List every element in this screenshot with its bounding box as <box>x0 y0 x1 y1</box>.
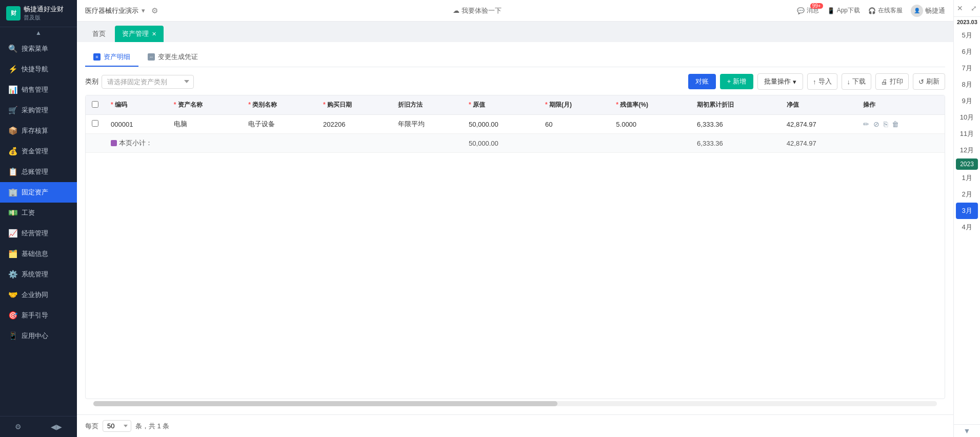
month-item-8[interactable]: 8月 <box>954 76 980 93</box>
asset-table: 编码 资产名称 类别名称 购买日期 折旧方法 原值 期限(月) 残值率(%) 期… <box>86 95 945 153</box>
purchase-icon: 🛒 <box>8 106 17 115</box>
panel-close-btn[interactable]: ✕ <box>957 4 963 12</box>
online-service-btn[interactable]: 🎧 在线客服 <box>868 6 903 15</box>
sidebar-label-salary: 工资 <box>22 208 35 217</box>
category-filter[interactable]: 请选择固定资产类别 <box>102 75 194 89</box>
app-download-btn[interactable]: 📱 App下载 <box>827 6 860 15</box>
row-actions: ✏ ⊘ ⎘ 🗑 <box>863 120 938 128</box>
avatar: 👤 <box>911 5 923 17</box>
sidebar-label-quicknav: 快捷导航 <box>22 65 48 74</box>
sidebar-scroll-up[interactable]: ▲ <box>0 27 77 38</box>
batch-btn[interactable]: 批量操作 ▾ <box>757 73 803 90</box>
month-item-2[interactable]: 2月 <box>954 186 980 203</box>
month-item-4[interactable]: 4月 <box>954 219 980 235</box>
sidebar-item-inventory[interactable]: 📦 库存核算 <box>0 121 77 141</box>
user-menu[interactable]: 👤 畅捷通 <box>911 5 945 17</box>
download-btn[interactable]: ↓ 下载 <box>842 73 872 90</box>
guide-icon: 🎯 <box>8 311 17 320</box>
download-icon: 📱 <box>827 7 835 14</box>
ledger-icon: 📋 <box>8 167 17 176</box>
sidebar-item-collab[interactable]: 🤝 企业协同 <box>0 285 77 305</box>
refresh-icon: ↺ <box>918 78 924 86</box>
operations-icon: 📈 <box>8 229 17 238</box>
message-btn[interactable]: 💬 消息 99+ <box>797 6 819 15</box>
panel-bottom: ▼ <box>954 424 980 437</box>
search-icon: 🔍 <box>8 44 17 53</box>
new-btn[interactable]: + 新增 <box>720 74 753 89</box>
refresh-btn[interactable]: ↺ 刷新 <box>913 73 945 90</box>
cell-depreciation-method: 年限平均 <box>392 115 463 134</box>
sidebar-label-ledger: 总账管理 <box>22 167 48 176</box>
sidebar-label-guide: 新手引导 <box>22 311 48 320</box>
subtotal-residual-empty <box>610 134 691 153</box>
sidebar-label-collab: 企业协同 <box>22 290 48 300</box>
sidebar-item-quicknav[interactable]: ⚡ 快捷导航 <box>0 59 77 80</box>
asset-table-wrap: 编码 资产名称 类别名称 购买日期 折旧方法 原值 期限(月) 残值率(%) 期… <box>85 95 945 399</box>
deactivate-icon[interactable]: ⊘ <box>873 120 879 128</box>
sidebar-label-system: 系统管理 <box>22 270 48 279</box>
tab-asset-management[interactable]: 资产管理 ✕ <box>115 26 164 42</box>
sidebar-item-salary[interactable]: 💵 工资 <box>0 203 77 223</box>
import-btn[interactable]: ↑ 导入 <box>807 73 837 90</box>
month-item-3-current[interactable]: 3月 <box>956 203 978 219</box>
sidebar-item-fixed-assets[interactable]: 🏢 固定资产 <box>0 182 77 203</box>
panel-expand-btn[interactable]: ⤢ <box>971 4 977 12</box>
right-panel: ✕ ⤢ 2023.03 5月 6月 7月 8月 9月 10月 11月 12月 2… <box>953 0 980 437</box>
delete-icon[interactable]: 🗑 <box>892 120 899 128</box>
month-item-7[interactable]: 7月 <box>954 60 980 76</box>
sidebar-item-search[interactable]: 🔍 搜索菜单 <box>0 38 77 59</box>
month-item-12[interactable]: 12月 <box>954 142 980 158</box>
sidebar-label-inventory: 库存核算 <box>22 126 48 135</box>
sidebar-item-operations[interactable]: 📈 经营管理 <box>0 223 77 244</box>
month-list: 5月 6月 7月 8月 9月 10月 11月 12月 2023 1月 2月 3月… <box>954 27 980 424</box>
subtab-change-voucher[interactable]: ↔ 变更生成凭证 <box>139 48 206 67</box>
edit-icon[interactable]: ✏ <box>863 120 869 128</box>
company-dropdown-icon[interactable]: ▾ <box>142 7 145 14</box>
sidebar: 财 畅捷通好业财 普及版 ▲ 🔍 搜索菜单 ⚡ 快捷导航 📊 销售管理 🛒 采购… <box>0 0 77 437</box>
month-item-11[interactable]: 11月 <box>954 126 980 142</box>
sidebar-settings-btn[interactable]: ⚙ <box>11 421 26 433</box>
fixed-assets-icon: 🏢 <box>8 188 17 197</box>
message-icon: 💬 <box>797 7 805 14</box>
sidebar-item-funds[interactable]: 💰 资金管理 <box>0 141 77 162</box>
print-btn[interactable]: 🖨 打印 <box>875 73 909 90</box>
settings-icon[interactable]: ⚙ <box>151 6 158 15</box>
row-checkbox[interactable] <box>92 120 98 127</box>
experience-btn[interactable]: ☁ 我要体验一下 <box>453 6 502 15</box>
header-checkbox[interactable] <box>92 101 98 108</box>
subtab-asset-detail[interactable]: ≡ 资产明细 <box>85 48 138 67</box>
inventory-icon: 📦 <box>8 126 17 135</box>
sidebar-item-purchase[interactable]: 🛒 采购管理 <box>0 100 77 121</box>
sidebar-item-sales[interactable]: 📊 销售管理 <box>0 80 77 100</box>
service-icon: 🎧 <box>868 7 876 14</box>
tab-close-icon[interactable]: ✕ <box>152 31 156 37</box>
reconcile-btn[interactable]: 对账 <box>688 74 716 89</box>
topbar-right: 💬 消息 99+ 📱 App下载 🎧 在线客服 👤 畅捷通 <box>797 5 945 17</box>
copy-icon[interactable]: ⎘ <box>884 120 888 128</box>
month-item-6[interactable]: 6月 <box>954 44 980 60</box>
sidebar-item-apps[interactable]: 📱 应用中心 <box>0 326 77 346</box>
sidebar-item-basics[interactable]: 🗂️ 基础信息 <box>0 244 77 264</box>
sidebar-item-system[interactable]: ⚙️ 系统管理 <box>0 264 77 285</box>
header-action: 操作 <box>857 95 945 115</box>
subtab-asset-detail-label: 资产明细 <box>104 52 130 62</box>
sidebar-item-guide[interactable]: 🎯 新手引导 <box>0 305 77 326</box>
topbar: 医疗器械行业演示 ▾ ⚙ ☁ 我要体验一下 💬 消息 99+ 📱 App下载 🎧… <box>77 0 953 22</box>
header-code: 编码 <box>105 95 168 115</box>
header-checkbox-cell <box>86 95 105 115</box>
toolbar: 类别 请选择固定资产类别 对账 + 新增 批量操作 ▾ <box>85 73 945 90</box>
scrollbar-thumb[interactable] <box>93 401 557 406</box>
horizontal-scrollbar[interactable] <box>93 401 937 406</box>
per-page-select[interactable]: 50 10 20 100 <box>103 420 131 432</box>
sidebar-collapse-btn[interactable]: ◀▶ <box>47 421 66 433</box>
month-item-10[interactable]: 10月 <box>954 109 980 126</box>
month-item-9[interactable]: 9月 <box>954 93 980 109</box>
cell-category: 电子设备 <box>242 115 317 134</box>
panel-down-arrow[interactable]: ▼ <box>964 427 971 435</box>
sidebar-item-ledger[interactable]: 📋 总账管理 <box>0 162 77 182</box>
tab-home[interactable]: 首页 <box>85 26 113 42</box>
sidebar-label-search: 搜索菜单 <box>22 44 48 53</box>
sidebar-label-apps: 应用中心 <box>22 331 48 341</box>
month-item-5[interactable]: 5月 <box>954 27 980 44</box>
month-item-1[interactable]: 1月 <box>954 170 980 186</box>
